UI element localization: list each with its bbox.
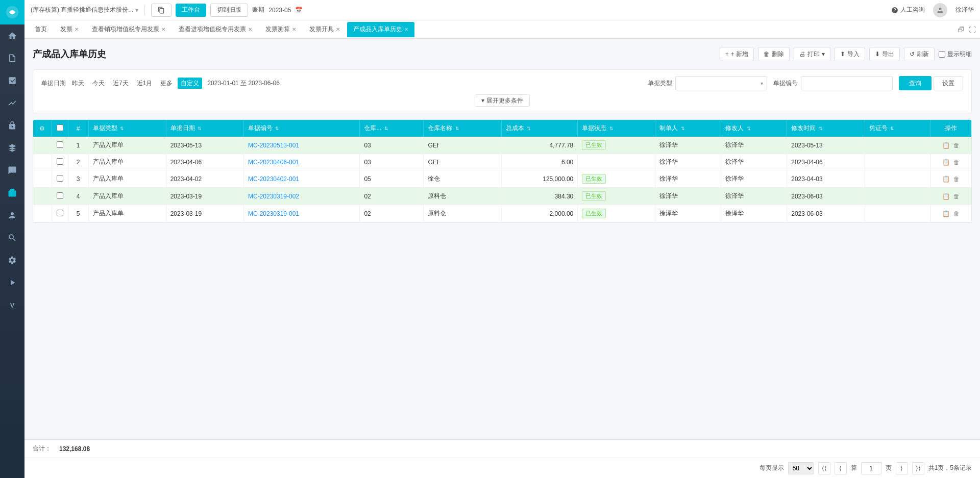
edit-icon[interactable]: 📋 [942, 159, 950, 166]
col-voucher-no[interactable]: 凭证号 ⇅ [865, 120, 930, 137]
tab-open-close[interactable]: ✕ [336, 27, 340, 32]
col-type[interactable]: 单据类型 ⇅ [88, 120, 166, 137]
doc-no-link[interactable]: MC-20230319-001 [248, 210, 299, 217]
new-btn[interactable]: + + 新增 [720, 47, 754, 61]
row-check [52, 205, 68, 222]
sidebar-item-chart[interactable] [0, 92, 24, 114]
tab-open[interactable]: 发票开具 ✕ [303, 22, 346, 37]
workbench-btn[interactable]: 工作台 [176, 4, 206, 17]
show-detail-checkbox[interactable] [939, 51, 945, 58]
last-page-btn[interactable]: ⟩⟩ [912, 462, 924, 474]
import-btn[interactable]: ⬆ 导入 [835, 47, 865, 61]
doc-no-link[interactable]: MC-20230402-001 [248, 175, 299, 183]
row-checkbox[interactable] [57, 175, 63, 182]
row-modify-time: 2023-04-03 [787, 170, 865, 188]
help-label: 人工咨询 [900, 6, 925, 14]
delete-row-icon[interactable]: 🗑 [953, 175, 960, 183]
row-checkbox[interactable] [57, 141, 63, 148]
col-date[interactable]: 单据日期 ⇅ [166, 120, 243, 137]
date-yesterday-btn[interactable]: 昨天 [69, 78, 87, 89]
row-date: 2023-04-02 [166, 170, 243, 188]
sidebar-item-bills[interactable] [0, 47, 24, 69]
copy-btn[interactable] [151, 4, 172, 17]
prev-page-btn[interactable]: ⟨ [835, 462, 847, 474]
edit-icon[interactable]: 📋 [942, 193, 950, 200]
company-selector[interactable]: (库存核算) 直播轻挑通信息技术股份... ▾ [31, 6, 138, 14]
edit-icon[interactable]: 📋 [942, 175, 950, 183]
user-avatar [933, 3, 947, 17]
sidebar-item-version[interactable]: V [0, 294, 24, 316]
sidebar-item-home[interactable] [0, 24, 24, 47]
col-modify-time[interactable]: 修改时间 ⇅ [787, 120, 865, 137]
sidebar-item-search[interactable] [0, 227, 24, 249]
sidebar-item-lock[interactable] [0, 114, 24, 137]
sidebar-item-inventory[interactable] [0, 182, 24, 204]
type-select[interactable]: 产品入库单 [675, 76, 767, 90]
export-btn[interactable]: ⬇ 导出 [869, 47, 900, 61]
topbar: (库存核算) 直播轻挑通信息技术股份... ▾ 工作台 切到旧版 账期 2023… [24, 0, 980, 20]
doc-no-link[interactable]: MC-20230406-001 [248, 159, 299, 166]
user-name[interactable]: 徐泽华 [955, 6, 974, 14]
expand-conditions-btn[interactable]: ▾ 展开更多条件 [475, 94, 530, 107]
tab-expand-btn[interactable]: ⛶ [969, 26, 976, 34]
tab-calc[interactable]: 发票测算 ✕ [259, 22, 302, 37]
row-status: 已生效 [578, 205, 655, 222]
tab-warehouse-history[interactable]: 产成品入库单历史 ✕ [347, 22, 414, 37]
doc-no-link[interactable]: MC-20230513-001 [248, 142, 299, 149]
edit-icon[interactable]: 📋 [942, 210, 950, 217]
page-input[interactable] [861, 462, 881, 474]
tab-calc-close[interactable]: ✕ [292, 27, 296, 32]
row-checkbox[interactable] [57, 210, 63, 216]
tab-invoice[interactable]: 发票 ✕ [54, 22, 85, 37]
sidebar-item-media[interactable] [0, 271, 24, 294]
help-btn[interactable]: 人工咨询 [891, 6, 925, 14]
sidebar-item-analytics[interactable] [0, 69, 24, 92]
date-1month-btn[interactable]: 近1月 [134, 78, 156, 89]
tab-sales-vat[interactable]: 查看销项增值税专用发票 ✕ [86, 22, 172, 37]
tab-purchase-vat[interactable]: 查看进项增值税专用发票 ✕ [173, 22, 258, 37]
col-modifier[interactable]: 修改人 ⇅ [721, 120, 787, 137]
date-today-btn[interactable]: 今天 [89, 78, 108, 89]
no-filter-input[interactable] [801, 76, 893, 90]
delete-row-icon[interactable]: 🗑 [953, 193, 960, 200]
print-btn[interactable]: 🖨 打印 ▾ [794, 47, 830, 61]
sidebar-item-settings[interactable] [0, 249, 24, 271]
select-all-checkbox[interactable] [57, 124, 63, 131]
sidebar-item-org[interactable] [0, 137, 24, 159]
tab-restore-btn[interactable]: 🗗 [958, 26, 965, 34]
col-creator[interactable]: 制单人 ⇅ [655, 120, 721, 137]
refresh-btn[interactable]: ↺ 刷新 [904, 47, 935, 61]
tab-home[interactable]: 首页 [29, 22, 53, 37]
date-custom-btn[interactable]: 自定义 [178, 78, 202, 89]
sidebar-item-person[interactable] [0, 204, 24, 227]
col-setting[interactable]: ⚙ [33, 120, 52, 137]
tab-warehouse-history-close[interactable]: ✕ [404, 27, 408, 32]
col-total-cost[interactable]: 总成本 ⇅ [501, 120, 578, 137]
col-status[interactable]: 单据状态 ⇅ [578, 120, 655, 137]
col-doc-no[interactable]: 单据编号 ⇅ [243, 120, 359, 137]
row-checkbox[interactable] [57, 158, 63, 165]
delete-row-icon[interactable]: 🗑 [953, 159, 960, 166]
tab-invoice-close[interactable]: ✕ [75, 27, 79, 32]
switch-btn[interactable]: 切到旧版 [210, 4, 248, 17]
col-warehouse-name[interactable]: 仓库名称 ⇅ [424, 120, 501, 137]
first-page-btn[interactable]: ⟨⟨ [818, 462, 830, 474]
delete-row-icon[interactable]: 🗑 [953, 210, 960, 217]
date-7days-btn[interactable]: 近7天 [110, 78, 132, 89]
sidebar-item-doc[interactable] [0, 159, 24, 182]
doc-no-link[interactable]: MC-20230319-002 [248, 193, 299, 200]
col-warehouse-code[interactable]: 仓库... ⇅ [360, 120, 424, 137]
calendar-icon[interactable]: 📅 [295, 7, 303, 14]
next-page-btn[interactable]: ⟩ [896, 462, 908, 474]
setting-btn[interactable]: 设置 [934, 76, 963, 90]
date-more-btn[interactable]: 更多 [157, 78, 176, 89]
tab-sales-vat-close[interactable]: ✕ [161, 27, 165, 32]
per-page-select[interactable]: 50 10 20 100 [788, 462, 814, 474]
delete-row-icon[interactable]: 🗑 [953, 142, 960, 149]
query-btn[interactable]: 查询 [899, 76, 932, 90]
tab-purchase-vat-close[interactable]: ✕ [248, 27, 252, 32]
delete-btn[interactable]: 🗑 删除 [758, 47, 790, 61]
edit-icon[interactable]: 📋 [942, 142, 950, 149]
app-logo[interactable] [0, 0, 24, 24]
row-checkbox[interactable] [57, 192, 63, 199]
